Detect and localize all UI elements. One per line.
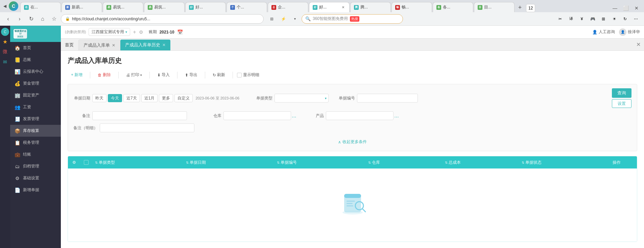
sidebar-item-payroll[interactable]: 👥 工资 xyxy=(10,101,61,113)
sidebar-item-inventory[interactable]: 📦 库存核算 xyxy=(10,125,61,137)
warehouse-input[interactable] xyxy=(223,111,291,120)
sidebar-item-cloud-report[interactable]: 📊 云报表中心 xyxy=(10,66,61,77)
th-cost[interactable]: ⇅ 总成本 xyxy=(442,160,519,165)
dropdown-arrow[interactable]: ▾ xyxy=(290,14,300,24)
print-button[interactable]: 🖨 打印 ▾ xyxy=(123,71,145,79)
topbar-settings-icon[interactable]: ⚙ xyxy=(139,29,143,35)
sidebar-item-fixed-assets[interactable]: 🏢 固定资产 xyxy=(10,89,61,101)
date-btn-today[interactable]: 今天 xyxy=(108,94,122,102)
minimize-button[interactable]: — xyxy=(611,4,619,12)
sidebar-item-basic-settings[interactable]: ⚙ 基础设置 xyxy=(10,172,61,184)
th-status[interactable]: ⇅ 单据状态 xyxy=(519,160,610,165)
company-selector[interactable]: 江西腿宝测试专用 ▾ xyxy=(89,28,130,36)
extensions-icon[interactable]: ⊞ xyxy=(267,14,277,24)
tab-t3[interactable]: 易 易筑... xyxy=(103,2,143,12)
th-date[interactable]: ⇅ 单据日期 xyxy=(183,160,274,165)
page-tab-list-close[interactable]: ✕ xyxy=(112,43,115,48)
sync-icon[interactable]: ↻ xyxy=(620,14,630,24)
human-service-button[interactable]: 👤 人工咨询 xyxy=(592,29,615,35)
tab-t1[interactable]: 在 在... xyxy=(20,2,61,12)
show-detail-toggle[interactable]: 显示明细 xyxy=(237,72,259,78)
page-tab-history-close[interactable]: ✕ xyxy=(162,43,166,47)
browser-back-icon[interactable]: ◀ xyxy=(2,3,7,9)
th-num[interactable]: ⇅ 单据编号 xyxy=(274,160,365,165)
more-icon[interactable]: ⋯ xyxy=(631,14,641,24)
page-tab-history[interactable]: 产成品入库单历史 ✕ xyxy=(120,40,170,50)
grid-icon[interactable]: ⊞ xyxy=(599,14,608,24)
tab-t4[interactable]: 易 易筑... xyxy=(144,2,185,12)
theme-icon[interactable]: ☀ xyxy=(610,14,619,24)
date-btn-7days[interactable]: 近7天 xyxy=(123,94,140,102)
tab-t12[interactable]: 目 目... xyxy=(474,2,515,12)
translate-icon[interactable]: 译 xyxy=(566,14,576,24)
warehouse-more-icon[interactable]: ... xyxy=(292,113,296,119)
sidebar-item-new-doc[interactable]: 📄 新增单据 xyxy=(10,184,61,196)
search-bar[interactable]: 🔍 360智能抠图免费用 热搜 xyxy=(302,14,403,24)
forward-button[interactable]: › xyxy=(15,14,24,24)
user-info[interactable]: 👤 徐泽华 xyxy=(619,28,640,36)
tab-t5[interactable]: 好 好... xyxy=(185,2,226,12)
doc-num-input[interactable] xyxy=(357,94,418,103)
tab-t2[interactable]: 新 新易... xyxy=(62,2,102,12)
date-btn-more[interactable]: 更多 xyxy=(159,94,173,102)
maximize-button[interactable]: ⬜ xyxy=(622,4,630,12)
date-btn-yesterday[interactable]: 昨天 xyxy=(92,94,106,102)
tab-t6[interactable]: 个 个... xyxy=(226,2,267,12)
collapse-button[interactable]: ∧ 收起更多条件 xyxy=(335,138,369,146)
import-button[interactable]: ⬇ 导入 xyxy=(154,71,173,79)
sidebar-item-general-ledger[interactable]: 📒 总账 xyxy=(10,54,61,66)
sidebar-item-fund-mgmt[interactable]: 💰 资金管理 xyxy=(10,77,61,89)
th-settings[interactable]: ⚙ xyxy=(68,160,80,165)
product-input[interactable] xyxy=(326,111,393,120)
show-detail-checkbox[interactable] xyxy=(237,73,242,77)
query-button[interactable]: 查询 xyxy=(612,88,631,98)
calendar-icon[interactable]: 📅 xyxy=(177,29,183,35)
sidebar-item-archive[interactable]: 🗂 归档管理 xyxy=(10,160,61,172)
tab-t7[interactable]: 企 企... xyxy=(268,2,308,12)
tab-t11[interactable]: 各 各... xyxy=(433,2,473,12)
home-button[interactable]: ⌂ xyxy=(38,14,47,24)
url-bar[interactable]: 🔒 https://cloud.chanjet.com/accounting/u… xyxy=(61,14,264,24)
add-button[interactable]: + 新增 xyxy=(68,71,86,79)
sidebar-item-settlement[interactable]: 💼 结账 xyxy=(10,149,61,160)
delete-button[interactable]: 🗑 删除 xyxy=(94,71,114,79)
icon-sidebar-mail[interactable]: ✉ xyxy=(1,58,9,66)
note-detail-input[interactable] xyxy=(100,123,194,132)
th-type[interactable]: ⇅ 单据类型 xyxy=(92,160,183,165)
sidebar-item-invoice[interactable]: 🧾 发票管理 xyxy=(10,113,61,125)
lightning-icon[interactable]: ⚡ xyxy=(279,14,288,24)
icon-sidebar-star[interactable]: ★ xyxy=(1,37,9,46)
sidebar-header[interactable]: 畅捷通好会计 旗舰版 xyxy=(10,26,61,42)
bookmark-button[interactable]: ☆ xyxy=(49,14,59,24)
tab-t10[interactable]: 畅 畅... xyxy=(391,2,432,12)
period-value[interactable]: 2021-10 xyxy=(160,30,174,35)
icon-sidebar-logo[interactable]: C xyxy=(1,28,9,36)
new-tab-button[interactable]: + xyxy=(515,3,525,12)
th-checkbox[interactable] xyxy=(80,160,92,165)
sidebar-item-tax[interactable]: 📋 税务管理 xyxy=(10,137,61,149)
tab-t8[interactable]: 好 好... ✕ xyxy=(309,2,350,12)
date-btn-custom[interactable]: 自定义 xyxy=(174,94,193,102)
game-icon[interactable]: 🎮 xyxy=(588,14,597,24)
tab-t9[interactable]: 腾 腾... xyxy=(350,2,391,12)
reload-button[interactable]: ↻ xyxy=(26,14,36,24)
tab-close-t8[interactable]: ✕ xyxy=(340,5,346,10)
back-button[interactable]: ‹ xyxy=(3,14,13,24)
breadcrumb-home[interactable]: 首页 xyxy=(61,40,78,50)
icon-sidebar-weibo[interactable]: 微 xyxy=(1,47,9,56)
currency-icon[interactable]: ¥ xyxy=(577,14,587,24)
close-window-button[interactable]: ✕ xyxy=(633,4,641,12)
refresh-button[interactable]: ↻ 刷新 xyxy=(209,71,229,79)
note-input[interactable] xyxy=(92,111,187,120)
doc-type-select[interactable] xyxy=(275,94,329,103)
tab-area-close[interactable]: ✕ xyxy=(633,38,644,50)
th-warehouse[interactable]: ⇅ 仓库 xyxy=(365,160,442,165)
scissors-icon[interactable]: ✂ xyxy=(555,14,565,24)
tab-counter[interactable]: 12 xyxy=(526,4,535,12)
product-more-icon[interactable]: ... xyxy=(394,113,399,119)
header-checkbox[interactable] xyxy=(84,160,89,165)
page-tab-list[interactable]: 产成品入库单 ✕ xyxy=(78,40,120,50)
add-company-button[interactable]: + xyxy=(133,29,136,35)
setting-button[interactable]: 设置 xyxy=(612,99,631,108)
date-btn-1month[interactable]: 近1月 xyxy=(141,94,158,102)
